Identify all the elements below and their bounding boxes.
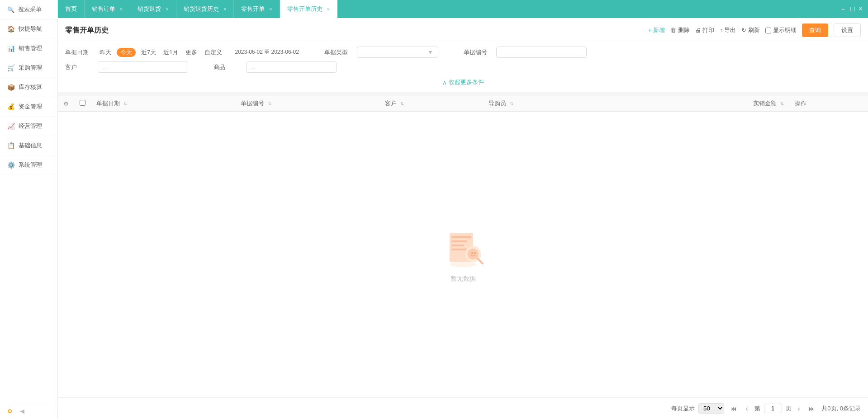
- empty-svg: [441, 226, 486, 271]
- filter-area: 单据日期 昨天 今天 近7天 近1月 更多 自定义 2023-06-02 至 2…: [58, 41, 868, 92]
- table-config-icon[interactable]: ⚙: [63, 100, 69, 107]
- doc-type-label: 单据类型: [324, 48, 350, 56]
- close-button[interactable]: ×: [859, 5, 863, 13]
- col-actual-amount-label: 实销金额: [753, 100, 777, 107]
- sidebar-item-purchase-mgmt[interactable]: 🛒 采购管理: [0, 58, 57, 78]
- sidebar-item-label: 快捷导航: [19, 25, 42, 33]
- doc-num-input[interactable]: [496, 47, 587, 58]
- settings-bottom-icon[interactable]: ⚙: [7, 408, 13, 414]
- tab-sales-return-close[interactable]: ×: [166, 6, 168, 12]
- tab-sales-return-hist[interactable]: 销货退货历史 ×: [176, 0, 234, 18]
- delete-button[interactable]: 🗑 删除: [670, 26, 690, 34]
- refresh-button[interactable]: ↻ 刷新: [741, 26, 760, 34]
- table-settings-col: ⚙: [58, 96, 74, 112]
- table-head: ⚙ 单据日期 ⇅ 单据编号 ⇅: [58, 96, 868, 112]
- pagination: 每页显示 50 100 200 ⏮ ‹ 第 页 › ⏭ 共0页, 0条记录: [58, 397, 868, 419]
- finance-icon: 💰: [7, 103, 15, 110]
- col-spacer: [607, 96, 645, 112]
- sidebar-search-label: 搜索采单: [18, 5, 42, 14]
- date-shortcut-more[interactable]: 更多: [184, 48, 199, 57]
- tab-retail-open-close[interactable]: ×: [269, 6, 272, 12]
- query-button[interactable]: 查询: [802, 24, 828, 37]
- page-suffix: 页: [786, 405, 792, 413]
- collapse-sidebar-icon[interactable]: ◀: [20, 408, 24, 414]
- tab-retail-open-hist-close[interactable]: ×: [327, 6, 330, 12]
- sidebar-bottom: ⚙ ◀: [0, 403, 57, 419]
- tab-retail-open-hist[interactable]: 零售开单历史 ×: [280, 0, 337, 18]
- print-button[interactable]: 🖨 打印: [695, 26, 715, 34]
- tab-sales-order[interactable]: 销售订单 ×: [85, 0, 130, 18]
- sidebar-item-sys-mgmt[interactable]: ⚙️ 系统管理: [0, 155, 57, 175]
- date-shortcuts: 昨天 今天 近7天 近1月 更多 自定义: [98, 48, 224, 57]
- col-customer-sort[interactable]: ⇅: [400, 101, 404, 106]
- per-page-select[interactable]: 50 100 200: [698, 403, 724, 414]
- purchase-icon: 🛒: [7, 64, 15, 71]
- filter-row-1: 单据日期 昨天 今天 近7天 近1月 更多 自定义 2023-06-02 至 2…: [65, 47, 861, 58]
- table-header-row: ⚙ 单据日期 ⇅ 单据编号 ⇅: [58, 96, 868, 112]
- sidebar-item-label: 销售管理: [19, 44, 42, 52]
- col-doc-date: 单据日期 ⇅: [91, 96, 235, 112]
- col-amount-sort[interactable]: ⇅: [780, 101, 784, 106]
- page-number-input[interactable]: [764, 404, 782, 413]
- col-doc-num-sort[interactable]: ⇅: [268, 101, 271, 106]
- sidebar-search[interactable]: 🔍 搜索采单: [0, 0, 57, 19]
- svg-point-7: [468, 249, 479, 259]
- date-range-display: 2023-06-02 至 2023-06-02: [235, 48, 299, 56]
- toolbar: + 新增 🗑 删除 🖨 打印 ↑ 导出 ↻ 刷新 显示明细 查询 设置: [648, 24, 861, 37]
- tab-retail-open[interactable]: 零售开单 ×: [234, 0, 280, 18]
- last-page-btn[interactable]: ⏭: [806, 404, 818, 413]
- svg-point-10: [474, 252, 476, 254]
- doc-num-label: 单据编号: [464, 48, 489, 56]
- tab-sales-order-close[interactable]: ×: [120, 6, 123, 12]
- minimize-button[interactable]: －: [840, 5, 847, 14]
- table-area: ⚙ 单据日期 ⇅ 单据编号 ⇅: [58, 96, 868, 397]
- customer-input-wrapper[interactable]: ...: [98, 61, 188, 73]
- col-doc-date-sort[interactable]: ⇅: [123, 101, 127, 106]
- col-guide-sort[interactable]: ⇅: [510, 101, 513, 106]
- collapse-row: ∧ 收起更多条件: [65, 76, 861, 86]
- settings-button[interactable]: 设置: [834, 24, 861, 37]
- date-shortcut-today[interactable]: 今天: [117, 48, 136, 57]
- page-header: 零售开单历史 + 新增 🗑 删除 🖨 打印 ↑ 导出 ↻ 刷新 显示明细 查询 …: [58, 18, 868, 41]
- svg-rect-2: [451, 236, 471, 238]
- date-shortcut-1month[interactable]: 近1月: [161, 48, 180, 57]
- next-page-btn[interactable]: ›: [795, 404, 803, 413]
- select-all-checkbox[interactable]: [80, 100, 85, 106]
- col-action-label: 操作: [795, 100, 806, 107]
- sidebar-item-finance[interactable]: 💰 资金管理: [0, 97, 57, 117]
- svg-rect-4: [451, 245, 464, 246]
- col-guide-label: 导购员: [489, 100, 506, 107]
- product-label: 商品: [213, 63, 239, 71]
- display-detail-label[interactable]: 显示明细: [765, 26, 797, 34]
- page-title: 零售开单历史: [65, 26, 109, 35]
- doc-type-select[interactable]: ▼: [357, 47, 438, 58]
- sidebar-item-sales-mgmt[interactable]: 📊 销售管理: [0, 39, 57, 58]
- page-label: 第: [754, 405, 760, 413]
- collapse-button[interactable]: ∧ 收起更多条件: [442, 78, 484, 86]
- maximize-button[interactable]: □: [850, 5, 855, 13]
- tab-sales-return-hist-label: 销货退货历史: [184, 5, 219, 13]
- filter-row-2: 客户 ... 商品 ...: [65, 61, 861, 73]
- date-filter-label: 单据日期: [65, 48, 90, 56]
- export-button[interactable]: ↑ 导出: [720, 26, 736, 34]
- search-icon: 🔍: [7, 6, 14, 13]
- add-button[interactable]: + 新增: [648, 26, 665, 34]
- sidebar-item-operations[interactable]: 📈 经营管理: [0, 117, 57, 136]
- tab-sales-return[interactable]: 销货退货 ×: [130, 0, 176, 18]
- first-page-btn[interactable]: ⏮: [728, 404, 740, 413]
- date-shortcut-yesterday[interactable]: 昨天: [98, 48, 113, 57]
- display-detail-checkbox[interactable]: [765, 28, 771, 33]
- sidebar-item-quick-nav[interactable]: 🏠 快捷导航: [0, 19, 57, 39]
- prev-page-btn[interactable]: ‹: [743, 404, 751, 413]
- tab-home[interactable]: 首页: [58, 0, 85, 18]
- empty-state: 暂无数据: [58, 112, 868, 397]
- product-input-wrapper[interactable]: ...: [246, 61, 337, 73]
- date-shortcut-7days[interactable]: 近7天: [139, 48, 158, 57]
- tab-sales-return-label: 销货退货: [138, 5, 161, 13]
- sidebar-item-inventory[interactable]: 📦 库存核算: [0, 78, 57, 97]
- sidebar-item-base-info[interactable]: 📋 基础信息: [0, 136, 57, 155]
- tab-sales-return-hist-close[interactable]: ×: [223, 6, 226, 12]
- sidebar-item-label: 资金管理: [19, 103, 42, 111]
- collapse-up-icon: ∧: [442, 79, 447, 86]
- date-shortcut-custom[interactable]: 自定义: [203, 48, 224, 57]
